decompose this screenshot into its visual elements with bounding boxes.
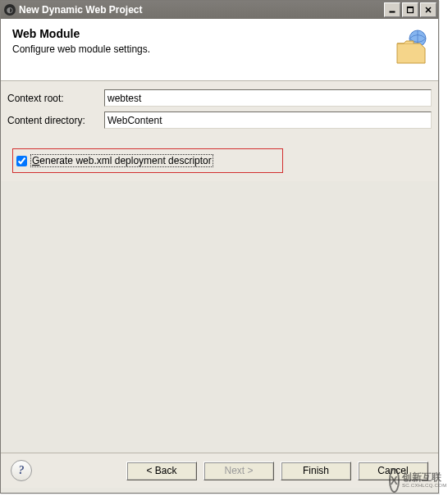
window-title: New Dynamic Web Project	[19, 4, 143, 16]
content-directory-label: Content directory:	[7, 115, 104, 126]
next-button: Next >	[203, 462, 274, 480]
content-directory-row: Content directory:	[7, 111, 432, 129]
content-directory-input[interactable]	[104, 111, 432, 129]
minimize-button[interactable]	[384, 2, 400, 17]
banner-title: Web Module	[12, 27, 427, 40]
web-module-icon	[392, 27, 430, 65]
back-button[interactable]: < Back	[126, 462, 197, 480]
wizard-banner: Web Module Configure web module settings…	[1, 19, 438, 81]
close-button[interactable]	[420, 2, 437, 17]
watermark: X 创新互联 SC.CXHLCQ.COM	[389, 468, 446, 493]
finish-button[interactable]: Finish	[281, 462, 351, 480]
generate-webxml-checkbox[interactable]	[16, 156, 27, 166]
button-bar: ? < Back Next > Finish Cancel	[1, 453, 438, 488]
generate-webxml-label[interactable]: Generate web.xml deployment descriptor	[30, 154, 213, 167]
titlebar[interactable]: ◐ New Dynamic Web Project	[1, 1, 438, 19]
watermark-logo-icon: X	[389, 468, 400, 493]
app-icon: ◐	[4, 4, 16, 16]
help-button[interactable]: ?	[11, 460, 32, 481]
context-root-row: Context root:	[7, 89, 432, 107]
generate-webxml-row[interactable]: Generate web.xml deployment descriptor	[12, 148, 283, 173]
watermark-text-en: SC.CXHLCQ.COM	[402, 483, 447, 489]
content-area: Context root: Content directory: Generat…	[1, 81, 438, 181]
banner-description: Configure web module settings.	[12, 43, 427, 55]
context-root-input[interactable]	[104, 89, 432, 107]
context-root-label: Context root:	[7, 93, 104, 104]
maximize-button[interactable]	[402, 2, 418, 17]
dialog-window: ◐ New Dynamic Web Project Web Module Con…	[0, 0, 439, 494]
window-controls	[384, 2, 438, 17]
watermark-text-cn: 创新互联	[402, 472, 447, 483]
